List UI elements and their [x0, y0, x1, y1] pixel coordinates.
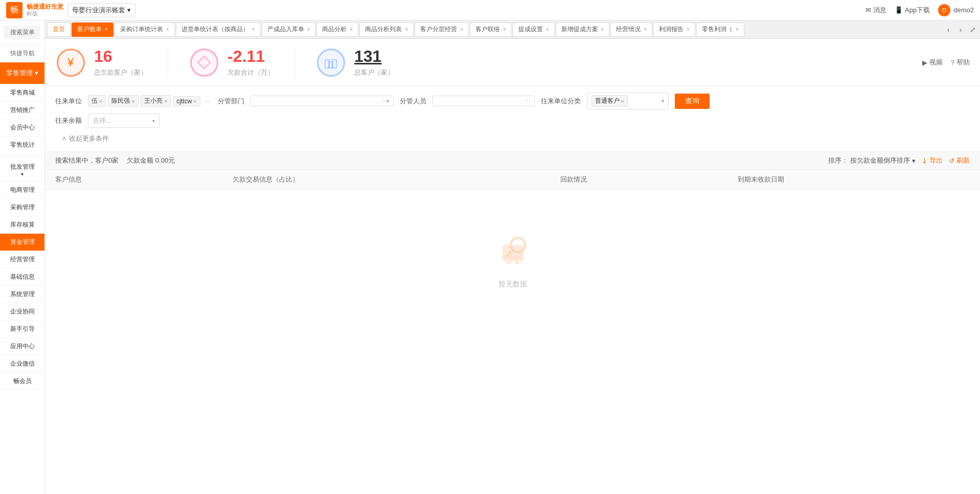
- tab-new-promotion[interactable]: 新增提成方案 ×: [556, 23, 610, 37]
- tab-business[interactable]: 经营情况 ×: [610, 23, 652, 37]
- tab-incoming-stat[interactable]: 进货单统计表（按商品） ×: [176, 23, 261, 37]
- tab-close-icon[interactable]: ×: [166, 27, 169, 32]
- search-menu-btn[interactable]: 搜索菜单: [4, 26, 40, 39]
- tab-close-icon[interactable]: ×: [601, 27, 604, 32]
- tab-prev-btn[interactable]: ‹: [943, 25, 953, 35]
- refresh-icon: ↺: [949, 157, 954, 165]
- sidebar-item-purchase[interactable]: 采购管理: [0, 199, 44, 216]
- sidebar-item-marketing[interactable]: 营销推广: [0, 102, 44, 119]
- dept-filter-label: 分管部门: [218, 97, 244, 106]
- avatar: D: [938, 4, 950, 16]
- tab-close-icon[interactable]: ×: [644, 27, 647, 32]
- stats-row: ¥ 16 总欠款客户（家）: [45, 39, 980, 86]
- sidebar-item-inventory[interactable]: 库存核算: [0, 216, 44, 234]
- tab-expand-btn[interactable]: ⤢: [968, 25, 978, 35]
- chevron-down-icon: ▾: [152, 118, 155, 124]
- tab-close-icon[interactable]: ×: [350, 27, 353, 32]
- chevron-down-icon: ▾: [386, 98, 389, 104]
- query-button[interactable]: 查询: [675, 94, 710, 109]
- tab-close-icon[interactable]: ×: [503, 27, 506, 32]
- sidebar-item-ops[interactable]: 经营管理: [0, 251, 44, 268]
- building-icon: [317, 49, 345, 77]
- tab-next-btn[interactable]: ›: [955, 25, 966, 35]
- col-debt-info: 欠款交易信息（占比）: [222, 170, 550, 190]
- sort-selector[interactable]: 排序： 按欠款金额倒序排序 ▾: [828, 156, 916, 165]
- balance-label: 往来余额: [55, 116, 82, 125]
- tab-home[interactable]: 首页: [47, 23, 71, 37]
- stat-icon-debt: [189, 47, 219, 78]
- tab-purchase-order-stat[interactable]: 采购订单统计表 ×: [115, 23, 175, 37]
- tab-customer-contact[interactable]: 客户联络 ×: [470, 23, 512, 37]
- quick-nav-btn[interactable]: 快捷导航: [0, 45, 44, 62]
- sidebar-item-vip[interactable]: 畅会员: [0, 373, 44, 390]
- sidebar-item-member[interactable]: 会员中心: [0, 119, 44, 137]
- tag-close-icon[interactable]: ×: [131, 98, 134, 104]
- stat-total-debt: -2.11 欠款合计（万）: [189, 47, 295, 78]
- tab-close-icon[interactable]: ×: [687, 27, 690, 32]
- svg-point-8: [507, 261, 511, 264]
- stat-value-customers: 16: [94, 48, 147, 65]
- sort-label: 排序：: [828, 156, 848, 165]
- tag-close-icon[interactable]: ×: [99, 98, 102, 104]
- sidebar-item-new-guide[interactable]: 新手引导: [0, 321, 44, 338]
- stats-right-links: ▶ 视频 ? 帮助: [922, 58, 970, 67]
- tab-product-analysis-list[interactable]: 商品分析列表 ×: [359, 23, 414, 37]
- sidebar-item-app-center[interactable]: 应用中心: [0, 338, 44, 355]
- svg-marker-0: [198, 56, 210, 69]
- sidebar-item-ecommerce[interactable]: 电商管理: [0, 182, 44, 199]
- tab-close-icon[interactable]: ×: [105, 27, 108, 32]
- tab-promotion-settings[interactable]: 提成设置 ×: [513, 23, 555, 37]
- sidebar-item-enterprise-wechat[interactable]: 企业微信: [0, 355, 44, 373]
- tab-profit-report[interactable]: 利润报告 ×: [653, 23, 695, 37]
- person-select[interactable]: ···: [432, 96, 535, 106]
- stat-label-customers: 总欠款客户（家）: [94, 68, 147, 77]
- person-filter-label: 分管人员: [400, 97, 426, 106]
- filter-tag-unit: 伍 ×: [88, 95, 106, 107]
- sidebar-item-retail-stats[interactable]: 零售统计: [0, 137, 44, 154]
- video-link[interactable]: ▶ 视频: [922, 58, 943, 67]
- unit-class-select[interactable]: 普通客户 × ▾: [587, 93, 669, 109]
- balance-select[interactable]: 选择... ▾: [88, 114, 159, 128]
- help-link[interactable]: ? 帮助: [951, 58, 970, 67]
- tab-close-icon[interactable]: ×: [252, 27, 255, 32]
- app-download-btn[interactable]: 📱 App下载: [895, 6, 930, 15]
- message-btn[interactable]: ✉ 消息: [865, 6, 886, 15]
- refresh-btn[interactable]: ↺ 刷新: [949, 156, 970, 165]
- sidebar-item-sys[interactable]: 系统管理: [0, 286, 44, 303]
- tag-close-icon[interactable]: ×: [164, 98, 167, 104]
- sidebar-item-finance[interactable]: 资金管理: [0, 234, 44, 251]
- stat-label-all: 总客户（家）: [354, 68, 394, 77]
- filter-tag-chenminqiang: 陈民强 ×: [108, 95, 138, 107]
- tab-product-inbound[interactable]: 产成品入库单 ×: [262, 23, 316, 37]
- dept-select[interactable]: ··· ▾: [250, 96, 394, 106]
- tab-close-icon[interactable]: ×: [736, 27, 739, 32]
- sidebar-item-basic-info[interactable]: 基础信息: [0, 268, 44, 286]
- tab-close-icon[interactable]: ×: [460, 27, 463, 32]
- svg-point-9: [515, 261, 519, 264]
- tab-close-icon[interactable]: ×: [405, 27, 408, 32]
- tab-customer-account[interactable]: 客户账本 ×: [72, 23, 113, 37]
- tab-retail-profit[interactable]: 零售利润（ ×: [696, 23, 744, 37]
- col-customer-info: 客户信息: [45, 170, 222, 190]
- user-info[interactable]: D demo2: [938, 4, 974, 16]
- tab-product-analysis[interactable]: 商品分析 ×: [316, 23, 358, 37]
- filter-more-btn[interactable]: ···: [202, 97, 212, 106]
- collapse-btn[interactable]: ∧ 收起更多条件: [55, 132, 970, 145]
- play-icon: ▶: [922, 59, 927, 66]
- tab-customer-segment[interactable]: 客户分层经营 ×: [415, 23, 469, 37]
- store-selector[interactable]: 母婴行业演示账套 ▾: [67, 3, 135, 17]
- tag-close-icon[interactable]: ×: [193, 98, 196, 104]
- sidebar-item-retail-mall[interactable]: 零售商城: [0, 84, 44, 102]
- filter-area: 往来单位 伍 × 陈民强 ×: [45, 86, 980, 152]
- sidebar-item-wholesale[interactable]: 批发管理 ▾: [0, 159, 44, 182]
- export-btn[interactable]: ⤓ 导出: [922, 156, 943, 165]
- tag-close-icon[interactable]: ×: [621, 98, 624, 104]
- filter-row-2: 往来余额 选择... ▾: [55, 114, 970, 128]
- stat-icon-all: [315, 47, 346, 78]
- tab-close-icon[interactable]: ×: [546, 27, 549, 32]
- stat-value-all: 131: [354, 48, 394, 65]
- content-area: ¥ 16 总欠款客户（家）: [45, 39, 980, 494]
- sidebar-item-enterprise-coop[interactable]: 企业协同: [0, 303, 44, 321]
- tab-close-icon[interactable]: ×: [307, 27, 310, 32]
- sidebar-item-retail-mgmt[interactable]: 零售管理 ▾: [0, 62, 44, 84]
